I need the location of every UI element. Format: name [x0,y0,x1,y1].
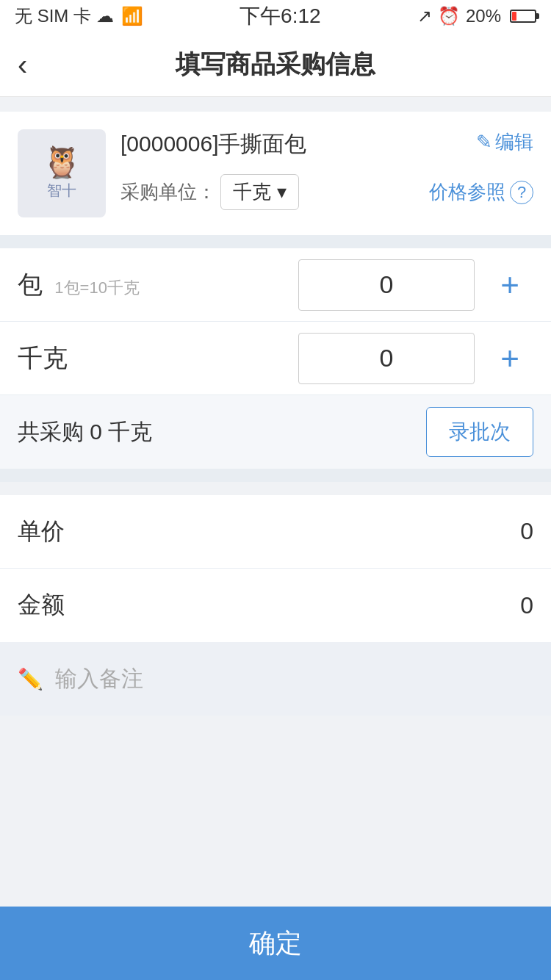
price-ref-button[interactable]: 价格参照 ? [429,179,533,205]
product-logo: 🦉 [43,147,81,178]
kg-input-wrapper: + [106,333,533,384]
location-icon: ↗ [417,6,432,26]
battery-icon [510,10,536,23]
status-right: ↗ ⏰ 20% [417,6,536,26]
amount-row: 金额 0 [0,569,551,642]
bag-input[interactable] [298,259,475,311]
info-section: 单价 0 金额 0 [0,495,551,642]
unit-label: 采购单位： [120,179,216,205]
kg-label-container: 千克 [18,342,106,375]
confirm-button[interactable]: 确定 [0,907,551,980]
product-name: [0000006]手撕面包 [120,129,306,159]
price-ref-help-icon: ? [510,181,533,204]
bag-input-wrapper: + [140,259,533,311]
content-spacer [0,716,551,936]
kg-plus-button[interactable]: + [486,335,533,382]
nav-bar: ‹ 填写商品采购信息 [0,32,551,97]
edit-label: 编辑 [495,129,533,155]
unit-price-row: 单价 0 [0,495,551,569]
remarks-placeholder: 输入备注 [55,664,143,694]
price-ref-label: 价格参照 [429,179,505,205]
pencil-icon: ✏️ [18,667,43,691]
batch-button[interactable]: 录批次 [426,407,533,457]
dropdown-icon: ▾ [277,181,287,203]
kg-input[interactable] [298,333,475,384]
unit-price-value: 0 [520,518,533,545]
kg-input-row: 千克 + [0,322,551,395]
status-bar: 无 SIM 卡 ☁ 📶 下午6:12 ↗ ⏰ 20% [0,0,551,32]
status-left: 无 SIM 卡 ☁ 📶 [15,4,143,28]
wifi-icon: 📶 [121,6,143,26]
amount-value: 0 [520,592,533,619]
status-time: 下午6:12 [240,2,321,30]
bag-label-container: 包 1包=10千克 [18,268,140,302]
product-logo-text: 智十 [43,181,81,201]
total-row: 共采购 0 千克 录批次 [0,395,551,469]
unit-value: 千克 [233,179,271,205]
battery-percent: 20% [466,6,501,26]
back-button[interactable]: ‹ [18,50,27,79]
bag-label: 包 [18,270,43,298]
section-separator-1 [0,235,551,248]
edit-button[interactable]: ✎ 编辑 [476,129,533,155]
total-label: 共采购 0 千克 [18,417,152,447]
input-section: 包 1包=10千克 + 千克 + [0,248,551,395]
bag-input-row: 包 1包=10千克 + [0,248,551,322]
amount-label: 金额 [18,589,65,621]
product-info: [0000006]手撕面包 ✎ 编辑 采购单位： 千克 ▾ 价格参照 ? [120,129,533,210]
section-separator-2 [0,469,551,482]
bag-plus-button[interactable]: + [486,262,533,309]
remarks-section[interactable]: ✏️ 输入备注 [0,642,551,716]
edit-icon: ✎ [476,131,492,154]
product-image: 🦉 智十 [18,129,106,217]
bag-sub-label: 1包=10千克 [54,278,140,297]
page-title: 填写商品采购信息 [176,48,375,82]
alarm-icon: ⏰ [438,6,460,26]
unit-price-label: 单价 [18,516,65,548]
unit-select[interactable]: 千克 ▾ [220,174,299,210]
product-card: 🦉 智十 [0000006]手撕面包 ✎ 编辑 采购单位： 千克 ▾ 价格参照 … [0,112,551,235]
kg-label: 千克 [18,344,68,372]
sim-status: 无 SIM 卡 ☁ [15,4,114,28]
